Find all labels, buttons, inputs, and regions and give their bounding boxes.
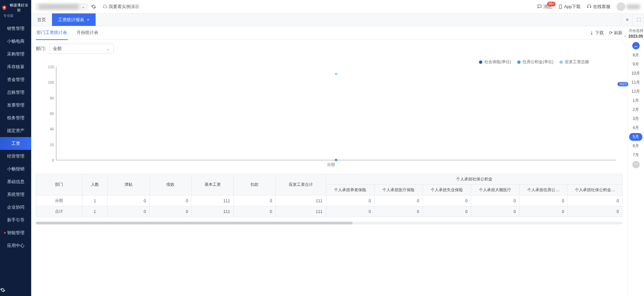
legend-dot-icon [559, 60, 563, 64]
messages-badge: 99+ [547, 2, 555, 6]
brand-logo: 畅捷通好业财 专业版 [0, 0, 31, 19]
legend-item[interactable]: 住房公积金(单位) [517, 59, 553, 65]
legend-item[interactable]: 社会保险(单位) [479, 59, 511, 65]
sidebar-item-总账管理[interactable]: 总账管理 [0, 86, 31, 99]
messages-button[interactable]: 消息 99+ [537, 4, 552, 10]
subtab-部门工资统计表[interactable]: 部门工资统计表 [36, 26, 68, 40]
sidebar-item-label: 资金管理 [7, 77, 24, 82]
cell-value: 0 [471, 196, 519, 206]
sidebar-item-资金管理[interactable]: 资金管理 [0, 73, 31, 86]
sidebar-item-系统管理[interactable]: 系统管理 [0, 188, 31, 201]
month-option[interactable]: 10月 [630, 70, 642, 77]
page-tab-首页[interactable]: 首页 [31, 13, 52, 26]
sidebar-item-label: 新手引导 [7, 217, 24, 222]
online-service-button[interactable]: 在线客服 [587, 4, 610, 10]
legend-item[interactable]: 应发工资总额 [559, 59, 589, 65]
page-tab-工资统计报表[interactable]: 工资统计报表× [52, 13, 96, 26]
department-filter-label: 部门: [36, 46, 46, 52]
sidebar-item-应用中心[interactable]: 应用中心 [0, 239, 31, 252]
sidebar-item-固定资产[interactable]: 固定资产 [0, 124, 31, 137]
chart-plot [56, 67, 616, 160]
download-button[interactable]: ⭳ 下载 [590, 30, 604, 36]
table-row[interactable]: 分部1001110111000000 [36, 196, 623, 206]
month-option[interactable]: 4月 [631, 124, 641, 132]
cell-value: 1 [82, 196, 107, 206]
settings-button[interactable] [0, 284, 31, 296]
department-selected: 全部 [53, 46, 62, 52]
app-download-label: App下载 [564, 4, 581, 10]
refresh-icon: ⟳ [609, 30, 613, 35]
table-header: 基本工资 [192, 174, 233, 196]
cell-value: 0 [150, 206, 192, 217]
month-option[interactable]: 7月 [631, 151, 641, 159]
sidebar-item-label: 小畅电商 [7, 39, 24, 44]
sidebar-item-经营管理[interactable]: 经营管理 [0, 150, 31, 163]
fullscreen-button[interactable]: ⛶ [633, 13, 644, 26]
month-option[interactable]: 5月 [629, 133, 642, 141]
sidebar-item-采购管理[interactable]: 采购管理 [0, 48, 31, 60]
chart-x-category: 分部 [327, 162, 335, 168]
chart-area: 社会保险(单位)住房公积金(单位)应发工资总额 020406080100120 … [31, 58, 627, 170]
month-scroll-down[interactable]: ︾ [632, 161, 640, 168]
department-select[interactable]: 全部 ⌄ [49, 44, 114, 54]
y-tick: 80 [50, 96, 54, 100]
download-label: 下载 [595, 30, 604, 36]
svg-rect-1 [559, 5, 561, 9]
tab-label: 首页 [37, 17, 46, 23]
legend-label: 住房公积金(单位) [523, 59, 553, 65]
cell-value: 0 [108, 196, 150, 206]
month-option[interactable]: 11月 [630, 79, 642, 86]
month-option[interactable]: 3月 [631, 115, 641, 123]
tab-label: 工资统计报表 [58, 17, 84, 23]
horizontal-scrollbar[interactable] [36, 222, 623, 224]
cell-value: 0 [108, 206, 150, 217]
legend-label: 应发工资总额 [565, 59, 589, 65]
month-scroll-up[interactable]: ︽ [632, 42, 640, 49]
data-point [335, 73, 337, 75]
org-selector[interactable]: ⌄ [35, 3, 88, 10]
table-header: 个人承担失业保险 [423, 185, 471, 196]
month-option[interactable]: 6月 [631, 142, 641, 150]
sidebar-item-新手引导[interactable]: 新手引导 [0, 214, 31, 226]
cell-dept: 分部 [36, 196, 83, 206]
month-option[interactable]: 12月 [630, 88, 642, 95]
sidebar-item-税务管理[interactable]: 税务管理 [0, 112, 31, 124]
legend-dot-icon [517, 60, 521, 64]
app-download-button[interactable]: App下载 [558, 4, 581, 10]
sidebar-item-label: 工资 [11, 141, 20, 146]
org-settings-button[interactable] [91, 4, 96, 9]
user-name-redacted [627, 4, 640, 9]
month-option[interactable]: 1月 [631, 97, 641, 104]
month-rail-collapse[interactable]: › [622, 28, 628, 44]
table-header: 个人承担大额医疗 [471, 185, 519, 196]
table-header: 个人承担住房公… [519, 185, 568, 196]
subtab-月份统计表[interactable]: 月份统计表 [76, 26, 99, 40]
refresh-button[interactable]: ⟳ 刷新 [609, 30, 623, 36]
sidebar-item-小畅电商[interactable]: 小畅电商 [0, 35, 31, 48]
sidebar-item-销售管理[interactable]: 销售管理 [0, 22, 31, 35]
sidebar-item-label: 经营管理 [7, 154, 24, 159]
sidebar-item-label: 智能管理 [7, 230, 24, 235]
month-option[interactable]: 2月 [631, 106, 641, 114]
sidebar-item-基础信息[interactable]: 基础信息 [0, 175, 31, 188]
brand-name: 畅捷通好业财 [8, 3, 30, 13]
close-icon[interactable]: × [87, 17, 90, 22]
sidebar-item-库存核算[interactable]: 库存核算 [0, 60, 31, 73]
org-name-redacted [39, 4, 79, 9]
sidebar-item-发票管理[interactable]: 发票管理 [0, 99, 31, 112]
month-option[interactable]: 9月 [631, 60, 641, 68]
sidebar-item-智能管理[interactable]: 智能管理 [0, 226, 31, 239]
tabs-close-all-button[interactable]: ✕ [621, 13, 633, 26]
month-option[interactable]: 8月 [631, 51, 641, 59]
month-picker-rail: › 月份选择 2023.05 ︽ 8月9月10月11月12月1月2月3月4月5月… [627, 26, 644, 296]
cell-value: 0 [374, 206, 423, 217]
table-header: 人数 [82, 174, 107, 196]
demo-link[interactable]: 我要看实例演示 [102, 4, 139, 10]
year-tag: 2023 [618, 82, 628, 86]
sidebar-item-企业协同[interactable]: 企业协同 [0, 201, 31, 214]
sidebar-item-小畅报销[interactable]: 小畅报销 [0, 163, 31, 175]
sidebar-item-label: 总账管理 [7, 90, 24, 95]
user-menu[interactable] [616, 2, 640, 11]
sidebar-item-工资[interactable]: 工资 [0, 137, 31, 150]
table-header: 个人承担养老保险 [326, 185, 374, 196]
